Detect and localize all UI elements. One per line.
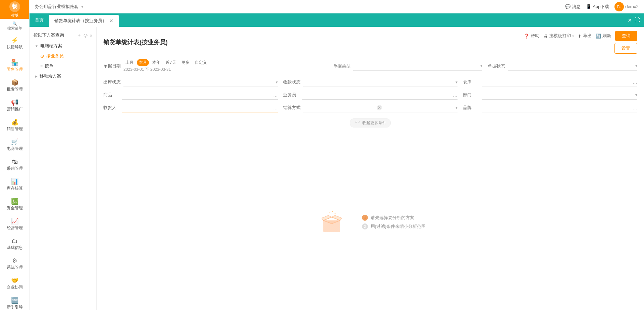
salesman-filter-input[interactable]: … [302,90,458,100]
app-logo: 畅 标版 [0,0,30,19]
warehouse-filter-input[interactable]: … [482,78,637,87]
date-btn-last-7days[interactable]: 近7天 [164,59,178,66]
date-btn-custom[interactable]: 自定义 [193,59,209,66]
tab-close-btn[interactable]: ✕ [628,17,632,23]
purchase-icon: 🛍 [11,158,19,165]
sidebar-item-basic[interactable]: 🗂 基础信息 [0,234,29,254]
type-label: 单据类型 [333,63,351,69]
scheme-group-desktop[interactable]: ▼ 电脑端方案 [30,41,96,51]
filter-salesman-item: 业务员 … [283,90,458,100]
sidebar-item-system[interactable]: ⚙ 系统管理 [0,254,29,274]
tab-sales-stat[interactable]: 销货单统计表（按业务员） ✕ [49,15,119,27]
tip-1-text: 请先选择要分析的方案 [371,215,414,221]
date-btn-more[interactable]: 更多 [179,59,192,66]
sidebar-item-marketing[interactable]: 📢 营销推广 [0,96,29,115]
empty-state: 1 请先选择要分析的方案 2 用[过滤]条件来缩小分析范围 [97,134,644,310]
filter-consignee-item: 收货人 … [103,103,278,112]
left-panel: 按以下方案查询 ＋ ◎ « ▼ 电脑端方案 ⊙ 按业务员 ≡ 按单 [30,27,97,310]
sidebar-item-retail[interactable]: 🏪 零售管理 [0,56,29,76]
settings-scheme-icon[interactable]: ◎ [84,33,88,38]
tab-sales-stat-label: 销货单统计表（按业务员） [54,18,107,24]
tab-close-icon[interactable]: ✕ [109,18,113,23]
right-panel: 销货单统计表(按业务员) ❓ 帮助 🖨 按模板打印 ▾ [97,27,644,310]
sidebar-item-operations[interactable]: 📈 经营管理 [0,214,29,234]
type-arrow-icon: ▾ [480,63,482,68]
filter-goods-item: 商品 … [103,90,278,100]
breadcrumb-arrow-icon[interactable]: ▾ [81,4,84,9]
sidebar-enterprise-label: 企业协同 [7,285,23,290]
template-print-btn[interactable]: 🖨 按模板打印 ▾ [543,33,574,39]
tabbar-right-actions: ✕ ⛶ [628,17,644,23]
template-print-label: 按模板打印 [549,33,571,39]
right-panel-header: 销货单统计表(按业务员) ❓ 帮助 🖨 按模板打印 ▾ [97,27,644,54]
enterprise-icon: 🤝 [11,277,19,284]
type-filter-input[interactable]: ▾ [353,61,483,71]
collapse-btn[interactable]: ⌃⌃ 收起更多条件 [350,118,391,127]
empty-box-icon [315,205,348,239]
tip-num-2: 2 [362,223,368,229]
sales-icon: 💰 [11,119,19,125]
tab-home[interactable]: 首页 [30,13,49,27]
scheme-item-by-salesman[interactable]: ⊙ 按业务员 [30,51,96,61]
sidebar-item-purchase[interactable]: 🛍 采购管理 [0,155,29,175]
user-profile-btn[interactable]: Ea demo2 [614,2,639,11]
out-status-label: 出库状态 [103,79,121,85]
date-range-text: 2023-03-01 至 2023-03-31 [123,67,328,72]
scheme-group-mobile[interactable]: ▶ 移动端方案 [30,71,96,81]
sidebar-item-search[interactable]: 🔍 搜索菜单 [0,19,29,34]
out-status-filter-input[interactable]: ▾ [123,78,278,87]
sidebar-purchase-label: 采购管理 [7,166,23,171]
receipt-status-filter-input[interactable]: ▾ [303,78,458,87]
sidebar-item-ecommerce[interactable]: 🛒 电商管理 [0,135,29,155]
help-icon: ❓ [524,34,529,39]
settlement-close-icon[interactable]: ✕ [377,105,382,110]
filter-status-item: 单据状态 ▾ [488,61,637,71]
tip-2-text: 用[过滤]条件来缩小分析范围 [371,223,425,229]
left-panel-title: 按以下方案查询 [34,32,64,38]
date-btn-this-year[interactable]: 本年 [150,59,162,66]
date-filter-input[interactable]: 上月 本月 本年 近7天 更多 自定义 2023-03-01 至 2023-03… [123,58,328,74]
operations-icon: 📈 [11,218,19,224]
sidebar-guide-label: 新手引导 [7,304,23,310]
status-filter-input[interactable]: ▾ [508,61,637,71]
sidebar-item-finance[interactable]: 💹 资金管理 [0,195,29,214]
sidebar-finance-label: 资金管理 [7,205,23,211]
scheme-item-by-order[interactable]: ≡ 按单 [30,61,96,71]
svg-point-1 [332,211,333,212]
sidebar-item-inventory[interactable]: 📊 库存核算 [0,175,29,195]
filter-row-4: 收货人 … 结算方式 ✕ ▾ [103,103,637,112]
goods-filter-input[interactable]: … [122,90,278,100]
sidebar-item-quicknav[interactable]: ⚡ 快捷导航 [0,34,29,53]
guide-icon: 🆕 [11,297,19,304]
add-scheme-icon[interactable]: ＋ [77,32,82,38]
tabbar: 首页 销货单统计表（按业务员） ✕ ✕ ⛶ [30,13,644,27]
export-btn[interactable]: ⬆ 导出 [578,33,592,39]
help-btn[interactable]: ❓ 帮助 [524,33,539,39]
query-button[interactable]: 查询 [615,31,637,41]
department-filter-input[interactable]: ▾ [482,90,637,100]
sidebar-retail-label: 零售管理 [7,67,23,72]
retail-icon: 🏪 [11,59,19,66]
settlement-filter-input[interactable]: ✕ ▾ [303,103,458,112]
ecommerce-icon: 🛒 [11,139,19,145]
sidebar-system-label: 系统管理 [7,265,23,270]
sidebar-item-sales[interactable]: 💰 销售管理 [0,115,29,135]
tab-expand-btn[interactable]: ⛶ [635,17,640,23]
app-download-btn[interactable]: 📱 App下载 [586,4,609,10]
salesman-label: 业务员 [283,92,299,98]
collapse-panel-icon[interactable]: « [90,33,92,38]
sidebar-item-wholesale[interactable]: 📦 批发管理 [0,76,29,96]
consignee-filter-input[interactable]: … [122,103,278,112]
sidebar-item-guide[interactable]: 🆕 新手引导 [0,294,29,310]
goods-dots-icon: … [273,92,278,98]
sidebar-item-enterprise[interactable]: 🤝 企业协同 [0,274,29,294]
message-btn[interactable]: 💬 消息 [565,4,581,10]
topbar: 办公用品行业模拟账套 ▾ 💬 消息 📱 App下载 Ea demo2 [30,0,644,13]
filter-settlement-item: 结算方式 ✕ ▾ [283,103,458,112]
brand-filter-input[interactable]: … [482,103,637,112]
date-btn-last-month[interactable]: 上月 [123,59,136,66]
settings-button[interactable]: 设置 [614,43,637,54]
refresh-btn[interactable]: 🔄 刷新 [596,33,611,39]
date-btn-this-month[interactable]: 本月 [137,59,149,66]
scheme-order-label: 按单 [45,63,53,69]
